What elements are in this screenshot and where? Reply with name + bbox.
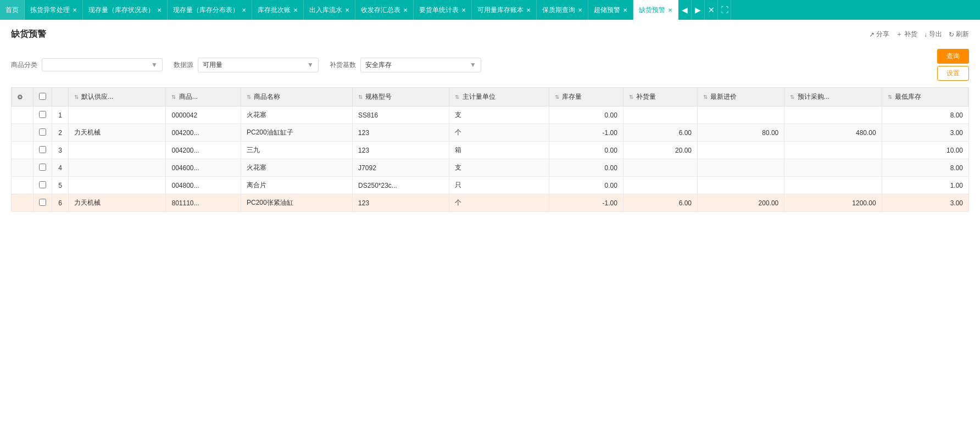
th-supplier[interactable]: ⇅ 默认供应... bbox=[69, 88, 166, 107]
tab-bar: 首页 拣货异常处理 ✕ 现存量（库存状况表） ✕ 现存量（库存分布表） ✕ 库存… bbox=[0, 0, 980, 20]
row-gear-cell bbox=[12, 107, 34, 124]
th-replenish[interactable]: ⇅ 补货量 bbox=[623, 88, 697, 107]
row-code: 004800... bbox=[166, 177, 241, 194]
close-tab-inout-flow[interactable]: ✕ bbox=[345, 7, 349, 13]
sort-est-purchase-icon: ⇅ bbox=[790, 94, 794, 100]
row-checkbox[interactable] bbox=[39, 199, 46, 206]
close-tab-inventory-status[interactable]: ✕ bbox=[157, 7, 162, 13]
data-table: ⚙ ⇅ 默认供应... ⇅ 商品... ⇅ 商品名称 ⇅ bbox=[11, 87, 969, 212]
row-checkbox-cell[interactable] bbox=[34, 124, 52, 142]
row-code: 004200... bbox=[166, 124, 241, 142]
row-stock: 0.00 bbox=[549, 107, 623, 124]
tab-prev-btn[interactable]: ◀ bbox=[678, 0, 692, 20]
row-est-purchase bbox=[784, 107, 882, 124]
row-stock: -1.00 bbox=[549, 194, 623, 212]
row-supplier bbox=[69, 177, 166, 194]
row-unit: 支 bbox=[449, 159, 549, 177]
close-tab-expiry-query[interactable]: ✕ bbox=[578, 7, 582, 13]
replenish-btn[interactable]: ＋ 补货 bbox=[896, 30, 917, 39]
row-gear-cell bbox=[12, 142, 34, 159]
th-unit[interactable]: ⇅ 主计量单位 bbox=[449, 88, 549, 107]
setting-button[interactable]: 设置 bbox=[937, 66, 969, 81]
datasource-value: 可用量 bbox=[203, 60, 222, 70]
row-gear-cell bbox=[12, 177, 34, 194]
th-check[interactable] bbox=[34, 88, 52, 107]
row-checkbox[interactable] bbox=[39, 128, 46, 136]
row-stock: 0.00 bbox=[549, 142, 623, 159]
page-title: 缺货预警 bbox=[11, 29, 46, 40]
row-checkbox-cell[interactable] bbox=[34, 177, 52, 194]
base-select[interactable]: 安全库存 ▼ bbox=[360, 58, 481, 72]
tab-home[interactable]: 首页 bbox=[0, 0, 25, 20]
row-est-purchase bbox=[784, 177, 882, 194]
row-num: 4 bbox=[52, 159, 69, 177]
tab-exception[interactable]: 拣货异常处理 ✕ bbox=[25, 0, 83, 20]
th-stock[interactable]: ⇅ 库存量 bbox=[549, 88, 623, 107]
close-tab-demand-stats[interactable]: ✕ bbox=[461, 7, 466, 13]
base-filter-group: 补货基数 安全库存 ▼ bbox=[330, 58, 481, 72]
row-checkbox[interactable] bbox=[39, 181, 46, 188]
tab-inventory-status[interactable]: 现存量（库存状况表） ✕ bbox=[83, 0, 168, 20]
close-tab-shortage-warn[interactable]: ✕ bbox=[668, 7, 672, 13]
row-min-stock: 10.00 bbox=[882, 142, 968, 159]
close-tab-batch-account[interactable]: ✕ bbox=[293, 7, 298, 13]
row-est-purchase: 1200.00 bbox=[784, 194, 882, 212]
tab-close-all-btn[interactable]: ✕ bbox=[705, 0, 718, 20]
datasource-select[interactable]: 可用量 ▼ bbox=[198, 58, 319, 72]
close-tab-exception[interactable]: ✕ bbox=[73, 7, 77, 13]
datasource-arrow-icon: ▼ bbox=[307, 61, 314, 69]
table-row: 2 力天机械 004200... PC200油缸缸子 123 个 -1.00 6… bbox=[12, 124, 969, 142]
tab-shortage-warn[interactable]: 缺货预警 ✕ bbox=[633, 0, 678, 20]
row-code: 004200... bbox=[166, 142, 241, 159]
export-btn[interactable]: ↓ 导出 bbox=[924, 30, 942, 39]
row-replenish: 20.00 bbox=[623, 142, 697, 159]
th-gear[interactable]: ⚙ bbox=[12, 88, 34, 107]
th-name[interactable]: ⇅ 商品名称 bbox=[241, 88, 352, 107]
row-checkbox[interactable] bbox=[39, 164, 46, 171]
tab-overstock-warn[interactable]: 超储预警 ✕ bbox=[588, 0, 633, 20]
row-gear-cell bbox=[12, 194, 34, 212]
refresh-btn[interactable]: ↻ 刷新 bbox=[949, 30, 969, 39]
row-supplier: 力天机械 bbox=[69, 124, 166, 142]
row-checkbox-cell[interactable] bbox=[34, 194, 52, 212]
row-checkbox[interactable] bbox=[39, 146, 46, 153]
sort-spec-icon: ⇅ bbox=[358, 94, 363, 100]
select-all-checkbox[interactable] bbox=[39, 93, 46, 100]
tab-fullscreen-btn[interactable]: ⛶ bbox=[718, 0, 731, 20]
th-min-stock[interactable]: ⇅ 最低库存 bbox=[882, 88, 968, 107]
tab-available-ledger[interactable]: 可用量库存账本 ✕ bbox=[472, 0, 537, 20]
th-latest-price[interactable]: ⇅ 最新进价 bbox=[698, 88, 784, 107]
row-code: 004600... bbox=[166, 159, 241, 177]
category-label: 商品分类 bbox=[11, 60, 37, 70]
close-tab-inventory-dist[interactable]: ✕ bbox=[242, 7, 246, 13]
th-est-purchase[interactable]: ⇅ 预计采购... bbox=[784, 88, 882, 107]
header-actions: ↗ 分享 ＋ 补货 ↓ 导出 ↻ 刷新 bbox=[869, 30, 969, 39]
th-spec[interactable]: ⇅ 规格型号 bbox=[353, 88, 449, 107]
row-checkbox-cell[interactable] bbox=[34, 107, 52, 124]
category-select[interactable]: ▼ bbox=[42, 58, 163, 71]
close-tab-recv-summary[interactable]: ✕ bbox=[403, 7, 408, 13]
close-tab-available-ledger[interactable]: ✕ bbox=[526, 7, 531, 13]
tab-next-btn[interactable]: ▶ bbox=[692, 0, 705, 20]
share-icon: ↗ bbox=[869, 31, 875, 38]
row-spec: 123 bbox=[353, 194, 449, 212]
tab-expiry-query[interactable]: 保质期查询 ✕ bbox=[537, 0, 588, 20]
tab-demand-stats[interactable]: 要货单统计表 ✕ bbox=[414, 0, 472, 20]
sort-stock-icon: ⇅ bbox=[555, 94, 559, 100]
tab-inventory-dist[interactable]: 现存量（库存分布表） ✕ bbox=[168, 0, 252, 20]
row-checkbox-cell[interactable] bbox=[34, 159, 52, 177]
tab-inout-flow[interactable]: 出入库流水 ✕ bbox=[304, 0, 355, 20]
row-num: 2 bbox=[52, 124, 69, 142]
row-checkbox[interactable] bbox=[39, 111, 46, 118]
th-code[interactable]: ⇅ 商品... bbox=[166, 88, 241, 107]
close-tab-overstock-warn[interactable]: ✕ bbox=[623, 7, 627, 13]
tab-recv-summary[interactable]: 收发存汇总表 ✕ bbox=[355, 0, 414, 20]
share-btn[interactable]: ↗ 分享 bbox=[869, 30, 889, 39]
row-supplier bbox=[69, 107, 166, 124]
sort-name-icon: ⇅ bbox=[247, 94, 251, 100]
query-button[interactable]: 查询 bbox=[937, 49, 969, 64]
tab-batch-account[interactable]: 库存批次账 ✕ bbox=[252, 0, 304, 20]
row-checkbox-cell[interactable] bbox=[34, 142, 52, 159]
table-row: 6 力天机械 801110... PC200张紧油缸 123 个 -1.00 6… bbox=[12, 194, 969, 212]
base-label: 补货基数 bbox=[330, 60, 356, 70]
